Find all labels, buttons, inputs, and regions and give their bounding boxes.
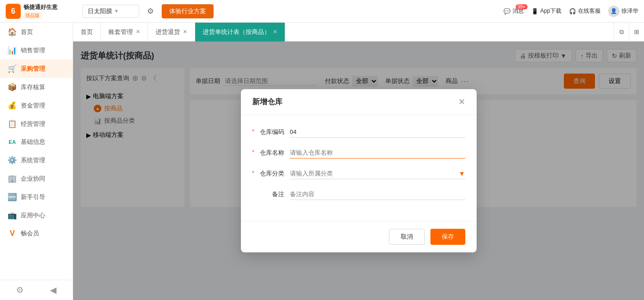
sidebar-item-app-center[interactable]: 📺 应用中心 [0,206,73,225]
purchase-icon: 🛒 [8,64,17,73]
tab-purchase-stats[interactable]: 进货单统计表（按商品） ✕ [195,23,285,42]
sidebar-item-label: 库存核算 [21,83,45,92]
sidebar-item-sales[interactable]: 📊 销售管理 [0,41,73,59]
modal-new-warehouse: 新增仓库 ✕ 仓库编码 仓库名称 [241,89,477,252]
form-row-type: 仓库分类 ▼ [252,168,465,179]
dropdown-arrow-icon: ▼ [459,170,465,177]
tab-home-label: 首页 [81,28,93,36]
avatar: 👤 [608,6,619,17]
top-bar: 6 畅捷通好生意 猜品版 日太阳膜 ▼ ⚙ 体验行业方案 💬 消息 99+ 📱 … [0,0,644,23]
logo-text: 畅捷通好生意 [24,3,58,11]
logo-text-block: 畅捷通好生意 猜品版 [24,3,58,19]
enterprise-icon: 🏢 [8,174,17,183]
tab-close-icon[interactable]: ✕ [183,29,187,35]
phone-icon: 📱 [531,8,538,15]
sidebar-item-guide[interactable]: 🆕 新手引导 [0,188,73,206]
operations-icon: 📋 [8,119,17,128]
sidebar-item-label: 资金管理 [21,101,45,110]
app-wrapper: 6 畅捷通好生意 猜品版 日太阳膜 ▼ ⚙ 体验行业方案 💬 消息 99+ 📱 … [0,0,644,300]
app-download-label: App下载 [540,7,561,15]
system-icon: ⚙️ [8,156,17,165]
notification-badge: 99+ [516,4,528,9]
modal-close-button[interactable]: ✕ [458,97,465,107]
sidebar-item-label: 销售管理 [21,46,45,55]
username: 徐泽华 [621,7,638,15]
tab-bar: 首页 账套管理 ✕ 进货退货 ✕ 进货单统计表（按商品） ✕ ⧉ ⊞ [73,23,644,42]
settings-button[interactable]: ⚙ [143,4,158,19]
store-name: 日太阳膜 [88,7,112,16]
sidebar-item-finance[interactable]: 💰 资金管理 [0,96,73,115]
warehouse-code-label: 仓库编码 [252,128,290,136]
tab-label: 进货退货 [156,28,180,36]
tab-minimize-btn[interactable]: ⧉ [614,23,629,42]
sidebar-item-basic-info[interactable]: EA 基础信息 [0,133,73,151]
form-row-remark: 备注 [252,189,465,200]
tab-expand-btn[interactable]: ⊞ [629,23,644,42]
chevron-down-icon: ▼ [114,8,119,14]
remark-label: 备注 [252,190,290,199]
modal-body: 仓库编码 仓库名称 仓库分类 [241,115,477,221]
sidebar-collapse-btn[interactable]: ◀ [38,285,68,295]
sidebar-item-label: 畅会员 [21,229,39,238]
basic-info-icon: EA [8,139,17,145]
inventory-icon: 📦 [8,83,17,92]
vip-icon: V [8,229,17,238]
tab-label: 账套管理 [108,28,133,36]
sales-icon: 📊 [8,46,17,55]
modal-overlay[interactable]: 新增仓库 ✕ 仓库编码 仓库名称 [73,42,644,300]
modal-header: 新增仓库 ✕ [241,89,477,115]
sidebar-item-enterprise[interactable]: 🏢 企业协同 [0,169,73,188]
sidebar-item-inventory[interactable]: 📦 库存核算 [0,78,73,96]
sidebar-item-label: 经营管理 [21,120,45,128]
sidebar-item-label: 新手引导 [21,193,45,201]
messages-button[interactable]: 💬 消息 99+ [504,7,524,15]
home-icon: 🏠 [8,27,17,36]
sidebar-item-home[interactable]: 🏠 首页 [0,23,73,41]
sidebar-item-label: 采购管理 [21,65,45,73]
user-menu[interactable]: 👤 徐泽华 [608,6,638,17]
warehouse-type-select[interactable]: ▼ [290,168,465,179]
online-service-button[interactable]: 🎧 在线客服 [569,7,601,15]
logo-badge: 猜品版 [24,12,41,19]
modal-title: 新增仓库 [252,97,282,107]
content-body: 进货单统计(按商品) 🖨 按模板打印 ▼ ↑ 导出 ↻ [73,42,644,300]
sidebar-item-vip[interactable]: V 畅会员 [0,225,73,242]
remark-input[interactable] [290,189,465,200]
form-row-name: 仓库名称 [252,147,465,158]
logo-icon: 6 [6,4,21,19]
sidebar-item-label: 系统管理 [21,156,45,165]
save-button[interactable]: 保存 [430,229,465,245]
tab-label: 进货单统计表（按商品） [203,28,270,36]
sidebar-item-system[interactable]: ⚙️ 系统管理 [0,151,73,169]
tab-close-icon[interactable]: ✕ [136,29,140,35]
sidebar-item-operations[interactable]: 📋 经营管理 [0,115,73,133]
warehouse-name-label: 仓库名称 [252,149,290,157]
tab-purchase-return[interactable]: 进货退货 ✕ [148,23,195,42]
sidebar-settings-btn[interactable]: ⚙ [5,285,34,295]
warehouse-code-input[interactable] [290,126,465,138]
sidebar-item-purchase[interactable]: 🛒 采购管理 [0,59,73,78]
guide-icon: 🆕 [8,192,17,201]
sidebar-item-label: 企业协同 [21,175,45,183]
main-area: 🏠 首页 📊 销售管理 🛒 采购管理 📦 库存核算 💰 资金管理 📋 经 [0,23,644,300]
app-download-button[interactable]: 📱 App下载 [531,7,561,15]
finance-icon: 💰 [8,101,17,110]
warehouse-name-input[interactable] [290,147,465,158]
content-area: 首页 账套管理 ✕ 进货退货 ✕ 进货单统计表（按商品） ✕ ⧉ ⊞ [73,23,644,300]
logo-area: 6 畅捷通好生意 猜品版 [6,3,79,19]
message-icon: 💬 [504,8,511,15]
app-center-icon: 📺 [8,211,17,220]
online-service-label: 在线客服 [578,7,601,15]
headset-icon: 🎧 [569,8,576,15]
tab-accounts[interactable]: 账套管理 ✕ [101,23,148,42]
sidebar-item-label: 首页 [21,28,33,36]
trial-button[interactable]: 体验行业方案 [162,4,214,18]
tab-close-icon[interactable]: ✕ [273,29,277,35]
warehouse-type-input[interactable] [290,168,459,179]
store-selector[interactable]: 日太阳膜 ▼ [83,5,139,18]
sidebar: 🏠 首页 📊 销售管理 🛒 采购管理 📦 库存核算 💰 资金管理 📋 经 [0,23,73,300]
cancel-button[interactable]: 取消 [389,229,425,245]
tab-actions: ⧉ ⊞ [614,23,644,42]
tab-home[interactable]: 首页 [73,23,101,42]
modal-footer: 取消 保存 [241,221,477,252]
